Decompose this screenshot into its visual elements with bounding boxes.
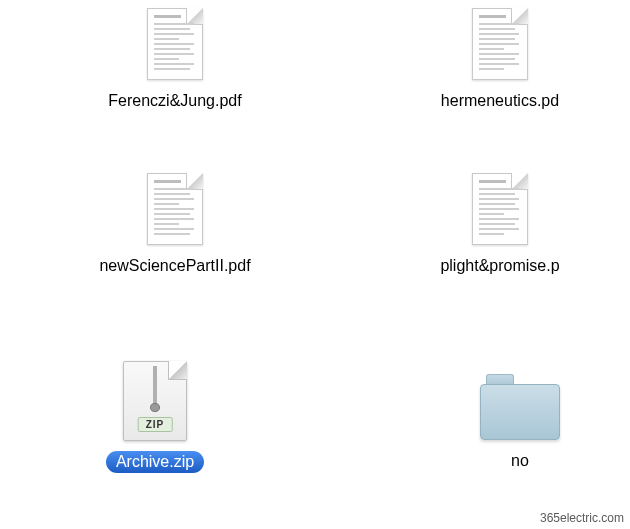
- file-label: hermeneutics.pd: [431, 90, 569, 112]
- watermark-text: 365electric.com: [540, 511, 624, 525]
- file-item[interactable]: plight&promise.p: [400, 165, 600, 277]
- file-item[interactable]: no: [420, 350, 620, 472]
- file-label: newSciencePartII.pdf: [89, 255, 260, 277]
- pdf-document-icon: [135, 165, 215, 245]
- file-label: Archive.zip: [106, 451, 204, 473]
- file-label: Ferenczi&Jung.pdf: [98, 90, 251, 112]
- pdf-document-icon: [460, 165, 540, 245]
- file-item[interactable]: hermeneutics.pd: [400, 0, 600, 112]
- zip-badge: ZIP: [138, 417, 173, 432]
- file-item[interactable]: Ferenczi&Jung.pdf: [75, 0, 275, 112]
- pdf-document-icon: [460, 0, 540, 80]
- file-label: no: [501, 450, 539, 472]
- zip-archive-icon: ZIP: [115, 345, 195, 441]
- file-label: plight&promise.p: [430, 255, 569, 277]
- file-item[interactable]: newSciencePartII.pdf: [75, 165, 275, 277]
- file-item-selected[interactable]: ZIP Archive.zip: [55, 345, 255, 473]
- finder-icon-view[interactable]: Ferenczi&Jung.pdf hermeneutics.pd newSci…: [0, 0, 630, 529]
- folder-icon: [480, 350, 560, 440]
- pdf-document-icon: [135, 0, 215, 80]
